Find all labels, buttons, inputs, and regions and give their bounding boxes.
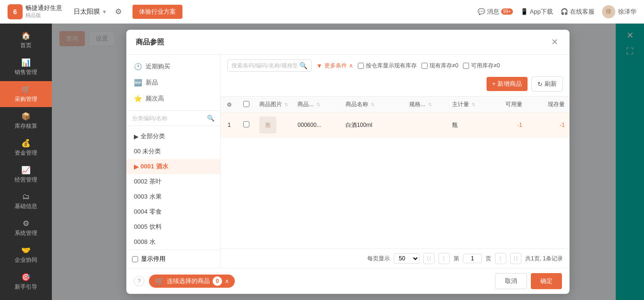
all-category-label: 全部分类 bbox=[140, 132, 165, 141]
existing-stock-checkbox[interactable]: 现有库存≠0 bbox=[421, 62, 458, 70]
app-download-item[interactable]: 📱 App下载 bbox=[520, 8, 553, 16]
total-info: 共1页, 1条记录 bbox=[525, 255, 563, 263]
table-row[interactable]: 1 图 000600... 白酒100ml 瓶 -1 -1 bbox=[221, 113, 570, 138]
sidebar-label-purchase: 采购管理 bbox=[15, 95, 37, 103]
page-size-select[interactable]: 50 100 bbox=[394, 253, 420, 264]
sidebar-item-system[interactable]: ⚙ 系统管理 bbox=[0, 215, 52, 241]
sidebar-label-enterprise: 企业协同 bbox=[15, 256, 37, 264]
table-header-row: ⚙ 商品图片 ⇅ 商品... ⇅ bbox=[221, 97, 570, 113]
category-water[interactable]: 0008 水 bbox=[126, 234, 220, 250]
sidebar-label-guide: 新手引导 bbox=[15, 283, 37, 291]
sidebar-item-home[interactable]: 🏠 首页 bbox=[0, 27, 52, 53]
cart-icon: 🛒 bbox=[155, 277, 164, 286]
sidebar-item-finance[interactable]: 💰 资金管理 bbox=[0, 135, 52, 161]
select-all-checkbox[interactable] bbox=[243, 101, 249, 107]
nav-selector[interactable]: 日太阳膜 ▼ bbox=[74, 8, 107, 16]
category-snack[interactable]: 0004 零食 bbox=[126, 204, 220, 219]
cart-area[interactable]: 🛒 连续选择的商品 0 ∧ bbox=[149, 275, 235, 288]
cancel-button[interactable]: 取消 bbox=[495, 273, 527, 289]
new-icon: 🆕 bbox=[134, 79, 142, 86]
page-label: 第 bbox=[454, 255, 459, 263]
sidebar-item-purchase[interactable]: 🛒 采购管理 bbox=[0, 81, 52, 107]
system-icon: ⚙ bbox=[23, 219, 29, 228]
prev-page-button[interactable]: ⟨ bbox=[438, 253, 450, 264]
right-panel: 🔍 ▼ 更多条件 ∧ 按仓库显示现有库存 bbox=[221, 55, 570, 268]
modal-close-button[interactable]: ✕ bbox=[549, 36, 560, 48]
next-page-button[interactable]: ⟩ bbox=[495, 253, 506, 264]
existing-stock-check[interactable] bbox=[421, 63, 428, 69]
filter-icon: ▼ bbox=[316, 62, 322, 69]
show-disabled-checkbox[interactable] bbox=[132, 256, 138, 262]
category-all[interactable]: ▶ 全部分类 bbox=[126, 129, 220, 144]
row-checkbox-cell[interactable] bbox=[238, 113, 255, 138]
col-header-stock: 现存量 bbox=[527, 97, 570, 113]
category-search-icon[interactable]: 🔍 bbox=[207, 115, 215, 122]
page-number-input[interactable] bbox=[463, 254, 482, 263]
trial-button[interactable]: 体验行业方案 bbox=[132, 5, 182, 19]
row-num: 1 bbox=[221, 113, 238, 138]
tab-recent-label: 近期购买 bbox=[146, 62, 170, 71]
fruit-label: 0003 水果 bbox=[134, 192, 162, 201]
category-unclassified[interactable]: 00 未分类 bbox=[126, 144, 220, 159]
filter-collapse-icon: ∧ bbox=[349, 62, 353, 69]
footer-actions: 取消 确定 bbox=[495, 273, 562, 289]
logo-sub: 精品版 bbox=[25, 12, 62, 19]
refresh-button[interactable]: ↻ 刷新 bbox=[531, 76, 563, 92]
add-product-button[interactable]: + 新增商品 bbox=[487, 77, 528, 91]
category-tea[interactable]: 0002 茶叶 bbox=[126, 174, 220, 189]
sidebar-label-sales: 销售管理 bbox=[15, 68, 37, 76]
category-search-input[interactable] bbox=[132, 115, 204, 122]
tab-recent-purchase[interactable]: 🕐 近期购买 bbox=[126, 58, 220, 75]
first-page-button[interactable]: ⟨⟨ bbox=[423, 253, 435, 264]
available-stock-checkbox[interactable]: 可用库存≠0 bbox=[463, 62, 500, 70]
available-stock-check[interactable] bbox=[463, 63, 469, 69]
show-disabled-label: 显示停用 bbox=[141, 255, 165, 263]
sidebar-item-basic-info[interactable]: 🗂 基础信息 bbox=[0, 189, 52, 214]
modal-title: 商品参照 bbox=[136, 38, 164, 47]
category-search-bar: 🔍 bbox=[126, 111, 220, 126]
product-search-icon[interactable]: 🔍 bbox=[299, 62, 307, 69]
col-header-name: 商品名称 ⇅ bbox=[341, 97, 405, 113]
sidebar-item-enterprise[interactable]: 🤝 企业协同 bbox=[0, 242, 52, 268]
cart-collapse-icon[interactable]: ∧ bbox=[225, 278, 229, 284]
guide-icon: 🎯 bbox=[21, 273, 31, 282]
tab-new-label: 新品 bbox=[146, 78, 158, 87]
row-available: -1 bbox=[484, 113, 527, 138]
modal-body: 🕐 近期购买 🆕 新品 ⭐ 频次高 bbox=[126, 55, 570, 268]
page-size-label: 每页显示 bbox=[367, 255, 390, 263]
mgmt-icon: 📈 bbox=[21, 166, 31, 175]
drink-label: 0005 饮料 bbox=[134, 223, 162, 231]
tab-high-frequency[interactable]: ⭐ 频次高 bbox=[126, 91, 220, 107]
category-drink[interactable]: 0005 饮料 bbox=[126, 219, 220, 234]
pagination-bar: 每页显示 50 100 ⟨⟨ ⟨ 第 页 ⟩ ⟩⟩ bbox=[221, 249, 570, 268]
username-label: 徐泽华 bbox=[618, 8, 636, 16]
sidebar-item-sales[interactable]: 📊 销售管理 bbox=[0, 54, 52, 80]
messages-nav-item[interactable]: 💬 消息 99+ bbox=[478, 8, 513, 16]
user-area[interactable]: 徐 徐泽华 bbox=[602, 5, 636, 18]
refresh-icon: ↻ bbox=[537, 81, 543, 88]
row-image-cell: 图 bbox=[255, 113, 293, 138]
logo-icon: 6 bbox=[8, 4, 23, 19]
confirm-button[interactable]: 确定 bbox=[531, 273, 562, 289]
sidebar-item-guide[interactable]: 🎯 新手引导 bbox=[0, 269, 52, 295]
help-icon[interactable]: ? bbox=[134, 276, 144, 286]
warehouse-stock-checkbox[interactable]: 按仓库显示现有库存 bbox=[358, 62, 417, 70]
warehouse-stock-check[interactable] bbox=[358, 63, 364, 69]
customer-service-item[interactable]: 🎧 在线客服 bbox=[561, 8, 594, 16]
left-panel-footer: 显示停用 bbox=[126, 250, 220, 268]
tab-new-items[interactable]: 🆕 新品 bbox=[126, 75, 220, 91]
category-fruit[interactable]: 0003 水果 bbox=[126, 189, 220, 204]
sidebar-item-apps[interactable]: 📱 应用中心 bbox=[0, 296, 52, 300]
category-liquor[interactable]: ▶ 0001 酒水 bbox=[126, 159, 220, 174]
home-icon: 🏠 bbox=[21, 31, 31, 40]
row-select-checkbox[interactable] bbox=[243, 121, 249, 127]
settings-icon[interactable]: ⚙ bbox=[112, 5, 125, 18]
last-page-button[interactable]: ⟩⟩ bbox=[510, 253, 521, 264]
sidebar-item-inventory[interactable]: 📦 库存核算 bbox=[0, 108, 52, 134]
sidebar-item-management[interactable]: 📈 经营管理 bbox=[0, 162, 52, 188]
product-search-input[interactable] bbox=[231, 62, 297, 69]
app-icon: 📱 bbox=[520, 8, 528, 15]
col-header-code: 商品... ⇅ bbox=[293, 97, 341, 113]
more-filters-button[interactable]: ▼ 更多条件 ∧ bbox=[316, 62, 353, 70]
row-spec bbox=[405, 113, 447, 138]
